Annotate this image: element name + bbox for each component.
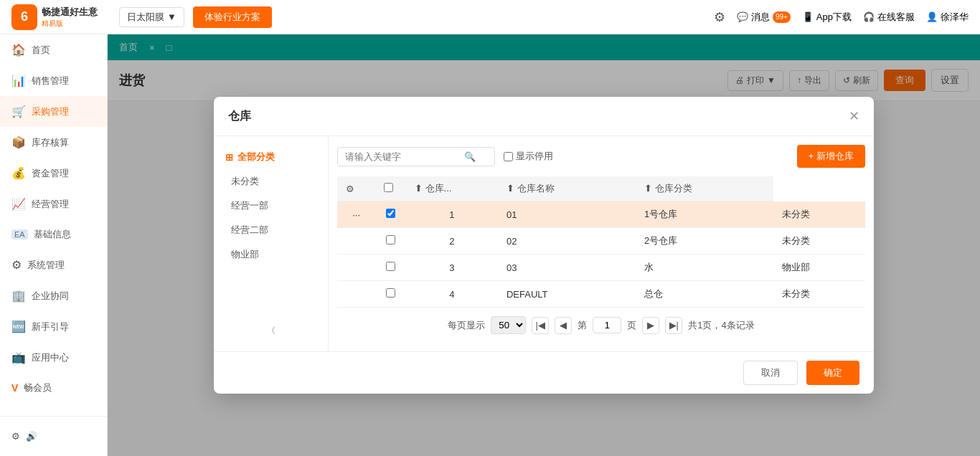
message-area[interactable]: 💬 消息 99+ bbox=[737, 11, 791, 24]
logo-area: 6 畅捷通好生意 精易版 bbox=[11, 4, 119, 30]
modal-title: 仓库 bbox=[228, 109, 251, 124]
search-icon: 🔍 bbox=[464, 151, 476, 162]
prev-page-button[interactable]: ◀ bbox=[555, 317, 572, 334]
category-ops2[interactable]: 经营二部 bbox=[214, 218, 328, 242]
main-layout: 🏠 首页 📊 销售管理 🛒 采购管理 📦 库存核算 💰 资金管理 📈 经营管理 … bbox=[0, 34, 980, 456]
table-row[interactable]: 4 DEFAULT 总仓 未分类 bbox=[337, 281, 865, 308]
purchase-icon: 🛒 bbox=[11, 105, 26, 118]
row-checkbox[interactable] bbox=[386, 235, 395, 244]
page-number-input[interactable] bbox=[593, 317, 621, 333]
col-header-category: ⬆ 仓库分类 bbox=[636, 176, 773, 201]
trial-button[interactable]: 体验行业方案 bbox=[193, 6, 272, 28]
row-code: 01 bbox=[498, 201, 636, 228]
customer-service[interactable]: 🎧 在线客服 bbox=[863, 11, 915, 24]
category-ops1[interactable]: 经营一部 bbox=[214, 194, 328, 218]
row-category: 未分类 bbox=[773, 281, 865, 308]
row-actions bbox=[337, 255, 375, 281]
sidebar-item-finance[interactable]: 💰 资金管理 bbox=[0, 158, 107, 189]
collapse-panel-button[interactable]: 《 bbox=[214, 319, 328, 343]
top-header: 6 畅捷通好生意 精易版 日太阳膜 ▼ 体验行业方案 ⚙ 💬 消息 99+ 📱 … bbox=[0, 0, 980, 34]
row-checkbox[interactable] bbox=[386, 262, 395, 271]
sidebar-item-member[interactable]: V 畅会员 bbox=[0, 373, 107, 403]
store-selector[interactable]: 日太阳膜 ▼ bbox=[119, 7, 184, 27]
col-header-name: ⬆ 仓库名称 bbox=[498, 176, 636, 201]
row-category: 未分类 bbox=[773, 228, 865, 255]
add-warehouse-button[interactable]: + 新增仓库 bbox=[797, 145, 865, 168]
row-name: 2号仓库 bbox=[636, 228, 773, 255]
show-disabled-checkbox[interactable] bbox=[504, 152, 513, 161]
row-name: 1号仓库 bbox=[636, 201, 773, 228]
row-category: 物业部 bbox=[773, 255, 865, 281]
row-code: 03 bbox=[498, 255, 636, 281]
first-page-button[interactable]: |◀ bbox=[532, 317, 549, 334]
category-unclassified[interactable]: 未分类 bbox=[214, 169, 328, 194]
sidebar-item-basic[interactable]: EA 基础信息 bbox=[0, 219, 107, 250]
table-row[interactable]: ··· 1 01 1号仓库 未分类 bbox=[337, 201, 865, 228]
sidebar-item-guide[interactable]: 🆕 新手引导 bbox=[0, 311, 107, 342]
home-icon: 🏠 bbox=[11, 43, 26, 57]
pagination: 每页显示 50 |◀ ◀ 第 页 ▶ ▶| 共1页，4条记录 bbox=[337, 308, 865, 343]
system-icon: ⚙ bbox=[11, 258, 22, 272]
sidebar-item-home[interactable]: 🏠 首页 bbox=[0, 34, 107, 65]
all-categories[interactable]: ⊞ 全部分类 bbox=[214, 145, 328, 169]
per-page-select[interactable]: 50 bbox=[491, 316, 526, 334]
apps-icon: 📺 bbox=[11, 351, 26, 364]
user-avatar[interactable]: 👤 徐泽华 bbox=[926, 11, 969, 24]
row-actions bbox=[337, 228, 375, 255]
sidebar-item-purchase[interactable]: 🛒 采购管理 bbox=[0, 96, 107, 127]
table-header: ⚙ ⬆ 仓库... bbox=[337, 176, 865, 201]
sidebar-item-inventory[interactable]: 📦 库存核算 bbox=[0, 127, 107, 158]
row-code: DEFAULT bbox=[498, 281, 636, 308]
modal-body: ⊞ 全部分类 未分类 经营一部 经营二部 物业部 《 bbox=[214, 136, 874, 351]
row-num: 4 bbox=[406, 281, 498, 308]
search-input-wrap: 🔍 bbox=[337, 147, 495, 166]
category-property[interactable]: 物业部 bbox=[214, 242, 328, 267]
table-row[interactable]: 2 02 2号仓库 未分类 bbox=[337, 228, 865, 255]
next-page-button[interactable]: ▶ bbox=[642, 317, 659, 334]
message-badge: 99+ bbox=[773, 11, 791, 23]
finance-icon: 💰 bbox=[11, 166, 26, 180]
row-checkbox[interactable] bbox=[386, 209, 395, 218]
show-disabled-area: 显示停用 bbox=[504, 150, 553, 163]
logo-icon: 6 bbox=[11, 4, 37, 30]
col-header-code: ⬆ 仓库... bbox=[406, 176, 498, 201]
sidebar-item-apps[interactable]: 📺 应用中心 bbox=[0, 342, 107, 373]
sidebar-item-system[interactable]: ⚙ 系统管理 bbox=[0, 250, 107, 280]
header-center: 日太阳膜 ▼ 体验行业方案 bbox=[119, 6, 714, 28]
row-code: 02 bbox=[498, 228, 636, 255]
inventory-icon: 📦 bbox=[11, 136, 26, 149]
row-num: 1 bbox=[406, 201, 498, 228]
table-panel: 🔍 显示停用 + 新增仓库 bbox=[329, 136, 874, 351]
row-num: 2 bbox=[406, 228, 498, 255]
table-body: ··· 1 01 1号仓库 未分类 bbox=[337, 201, 865, 308]
search-bar: 🔍 显示停用 + 新增仓库 bbox=[337, 145, 865, 168]
select-all-checkbox[interactable] bbox=[384, 183, 393, 192]
row-name: 总仓 bbox=[636, 281, 773, 308]
warehouse-modal: 仓库 ✕ ⊞ 全部分类 未分类 经营一部 经营二部 物业部 bbox=[214, 97, 874, 394]
col-header-gear: ⚙ bbox=[337, 176, 375, 201]
modal-close-button[interactable]: ✕ bbox=[849, 108, 859, 124]
last-page-button[interactable]: ▶| bbox=[665, 317, 682, 334]
table-row[interactable]: 3 03 水 物业部 bbox=[337, 255, 865, 281]
table-container: ⚙ ⬆ 仓库... bbox=[337, 176, 865, 308]
category-panel: ⊞ 全部分类 未分类 经营一部 经营二部 物业部 《 bbox=[214, 136, 329, 351]
row-checkbox-cell bbox=[375, 201, 406, 228]
operation-icon: 📈 bbox=[11, 197, 26, 211]
gear-icon[interactable]: ⚙ bbox=[714, 9, 725, 25]
row-category: 未分类 bbox=[773, 201, 865, 228]
app-download[interactable]: 📱 App下载 bbox=[802, 11, 852, 24]
sidebar-settings[interactable]: ⚙ 🔊 bbox=[0, 422, 107, 450]
confirm-button[interactable]: 确定 bbox=[806, 361, 859, 385]
sidebar-item-operation[interactable]: 📈 经营管理 bbox=[0, 189, 107, 219]
sidebar-item-enterprise[interactable]: 🏢 企业协同 bbox=[0, 280, 107, 311]
main-content: 首页 × □ 进货 🖨 打印 ▼ ↑ 导出 ↺ 刷新 bbox=[108, 34, 980, 456]
cancel-button[interactable]: 取消 bbox=[743, 361, 798, 385]
row-checkbox[interactable] bbox=[386, 288, 395, 298]
basic-info-icon: EA bbox=[11, 229, 28, 239]
search-input[interactable] bbox=[345, 151, 460, 162]
row-checkbox-cell bbox=[375, 228, 406, 255]
modal-overlay: 仓库 ✕ ⊞ 全部分类 未分类 经营一部 经营二部 物业部 bbox=[108, 34, 980, 456]
row-actions bbox=[337, 281, 375, 308]
sidebar-item-sales[interactable]: 📊 销售管理 bbox=[0, 65, 107, 96]
warehouse-table: ⚙ ⬆ 仓库... bbox=[337, 176, 865, 308]
